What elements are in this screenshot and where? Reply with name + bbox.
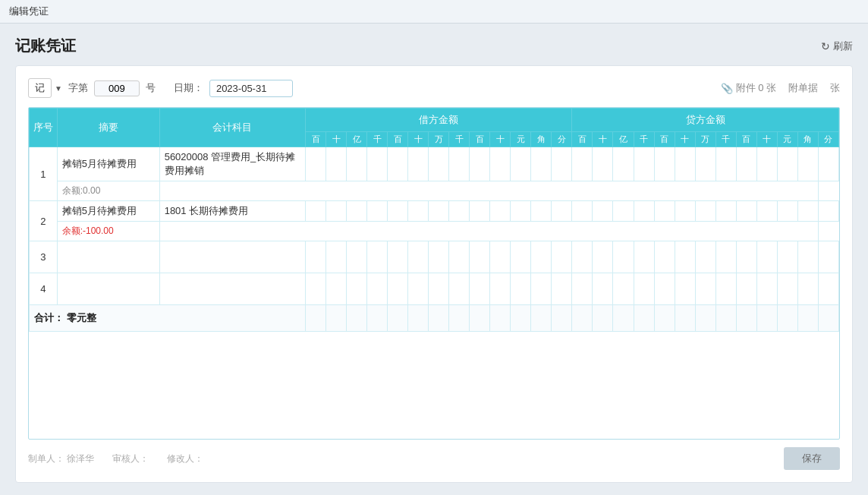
row-summary-3[interactable] <box>57 241 159 273</box>
c2-3[interactable] <box>613 201 634 222</box>
c2-8[interactable] <box>715 201 736 222</box>
d2-3[interactable] <box>347 201 367 222</box>
table-row[interactable]: 4 <box>30 273 839 305</box>
d4-3[interactable] <box>347 273 367 305</box>
c1-9[interactable] <box>736 147 756 181</box>
c3-7[interactable] <box>695 241 715 273</box>
c1-8[interactable] <box>715 147 736 181</box>
d3-1[interactable] <box>306 241 326 273</box>
d1-4[interactable] <box>367 147 388 181</box>
row-summary-4[interactable] <box>57 273 159 305</box>
c3-4[interactable] <box>634 241 654 273</box>
c3-9[interactable] <box>736 241 756 273</box>
c4-2[interactable] <box>593 273 613 305</box>
c4-6[interactable] <box>675 273 695 305</box>
c2-13[interactable] <box>818 201 838 222</box>
d2-9[interactable] <box>470 201 490 222</box>
d3-8[interactable] <box>449 241 470 273</box>
d2-8[interactable] <box>449 201 470 222</box>
date-input[interactable] <box>209 80 293 97</box>
d4-9[interactable] <box>470 273 490 305</box>
d1-5[interactable] <box>388 147 408 181</box>
c1-12[interactable] <box>797 147 818 181</box>
d4-5[interactable] <box>388 273 408 305</box>
c1-10[interactable] <box>756 147 777 181</box>
c4-4[interactable] <box>634 273 654 305</box>
d4-7[interactable] <box>429 273 449 305</box>
c4-5[interactable] <box>654 273 675 305</box>
d1-6[interactable] <box>408 147 429 181</box>
c3-13[interactable] <box>818 241 838 273</box>
c1-2[interactable] <box>593 147 613 181</box>
d3-11[interactable] <box>511 241 531 273</box>
c1-6[interactable] <box>675 147 695 181</box>
d3-6[interactable] <box>408 241 429 273</box>
voucher-number-input[interactable] <box>94 80 140 96</box>
d1-11[interactable] <box>511 147 531 181</box>
d1-1[interactable] <box>306 147 326 181</box>
c3-11[interactable] <box>777 241 797 273</box>
d4-13[interactable] <box>552 273 572 305</box>
c2-1[interactable] <box>572 201 593 222</box>
row-account-1[interactable]: 56020008 管理费用_长期待摊费用摊销 <box>159 147 305 181</box>
d1-12[interactable] <box>531 147 552 181</box>
d4-8[interactable] <box>449 273 470 305</box>
c4-12[interactable] <box>797 273 818 305</box>
c4-7[interactable] <box>695 273 715 305</box>
table-row[interactable]: 2 摊销5月待摊费用 1801 长期待摊费用 <box>30 201 839 222</box>
d3-3[interactable] <box>347 241 367 273</box>
d2-13[interactable] <box>552 201 572 222</box>
c2-2[interactable] <box>593 201 613 222</box>
d3-9[interactable] <box>470 241 490 273</box>
d1-8[interactable] <box>449 147 470 181</box>
c2-4[interactable] <box>634 201 654 222</box>
refresh-button[interactable]: ↻ 刷新 <box>821 39 853 53</box>
d3-7[interactable] <box>429 241 449 273</box>
d1-10[interactable] <box>490 147 511 181</box>
d2-1[interactable] <box>306 201 326 222</box>
c4-13[interactable] <box>818 273 838 305</box>
d2-5[interactable] <box>388 201 408 222</box>
d2-10[interactable] <box>490 201 511 222</box>
row-account-3[interactable] <box>159 241 305 273</box>
c3-5[interactable] <box>654 241 675 273</box>
d2-7[interactable] <box>429 201 449 222</box>
c1-11[interactable] <box>777 147 797 181</box>
c1-3[interactable] <box>613 147 634 181</box>
d2-4[interactable] <box>367 201 388 222</box>
d3-4[interactable] <box>367 241 388 273</box>
d1-2[interactable] <box>326 147 347 181</box>
d4-12[interactable] <box>531 273 552 305</box>
voucher-type-button[interactable]: 记 <box>28 78 52 98</box>
c3-8[interactable] <box>715 241 736 273</box>
c3-3[interactable] <box>613 241 634 273</box>
c3-1[interactable] <box>572 241 593 273</box>
c2-7[interactable] <box>695 201 715 222</box>
d3-5[interactable] <box>388 241 408 273</box>
d1-7[interactable] <box>429 147 449 181</box>
c4-11[interactable] <box>777 273 797 305</box>
c2-12[interactable] <box>797 201 818 222</box>
d4-10[interactable] <box>490 273 511 305</box>
c4-8[interactable] <box>715 273 736 305</box>
c4-10[interactable] <box>756 273 777 305</box>
c2-5[interactable] <box>654 201 675 222</box>
d2-12[interactable] <box>531 201 552 222</box>
c4-1[interactable] <box>572 273 593 305</box>
d2-11[interactable] <box>511 201 531 222</box>
c1-7[interactable] <box>695 147 715 181</box>
c1-1[interactable] <box>572 147 593 181</box>
c4-3[interactable] <box>613 273 634 305</box>
c3-12[interactable] <box>797 241 818 273</box>
c3-2[interactable] <box>593 241 613 273</box>
dropdown-icon[interactable]: ▼ <box>55 84 62 93</box>
d4-6[interactable] <box>408 273 429 305</box>
row-account-2[interactable]: 1801 长期待摊费用 <box>159 201 305 222</box>
d4-1[interactable] <box>306 273 326 305</box>
d3-10[interactable] <box>490 241 511 273</box>
d2-6[interactable] <box>408 201 429 222</box>
c4-9[interactable] <box>736 273 756 305</box>
c2-6[interactable] <box>675 201 695 222</box>
d1-3[interactable] <box>347 147 367 181</box>
c3-10[interactable] <box>756 241 777 273</box>
